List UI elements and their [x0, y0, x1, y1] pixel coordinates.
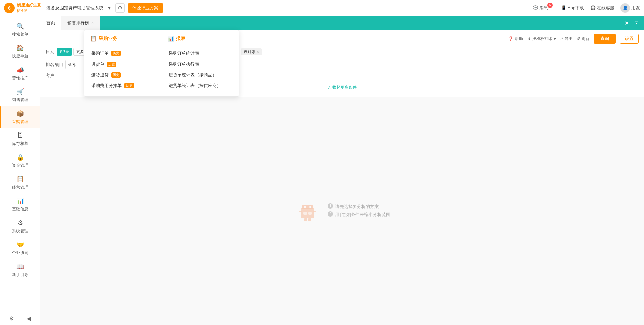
stock-in-label: 进货单 [91, 61, 104, 67]
system-icon: ⚙ [16, 219, 24, 227]
user-item[interactable]: 👤 用友 [620, 3, 640, 13]
sidebar-item-basic[interactable]: 📊 基础信息 [0, 194, 40, 215]
dropdown-item-supplier-stat[interactable]: 进货单统计表（按供应商） [167, 80, 234, 91]
rank-value: 金额 [68, 62, 76, 68]
empty-content: 1 请先选择要分析的方案 2 用[过滤]条件来缩小分析范围 [294, 198, 390, 225]
hint-text-2: 用[过滤]条件来缩小分析范围 [335, 212, 390, 218]
purchase-icon: 📦 [16, 110, 24, 118]
sidebar-label-business: 经营管理 [12, 185, 28, 190]
purchase-section-label: 采购业务 [99, 36, 117, 42]
refresh-btn[interactable]: ↺ 刷新 [577, 36, 589, 42]
online-service-label: 在线客服 [597, 5, 614, 11]
tab-restore-icon[interactable]: ⊡ [633, 18, 640, 28]
sidebar-label-system: 系统管理 [12, 228, 28, 234]
dropdown-item-purchase-order[interactable]: 采购订单 历史 [90, 48, 156, 59]
headset-icon: 🎧 [590, 5, 596, 10]
sidebar-item-inventory[interactable]: 🗄 库存核算 [0, 128, 40, 150]
empty-hints: 1 请先选择要分析的方案 2 用[过滤]条件来缩小分析范围 [328, 203, 390, 219]
export-btn[interactable]: ↗ 导出 [560, 36, 573, 42]
goods-tag-close[interactable]: × [257, 50, 259, 54]
return-label: 进货退货 [91, 72, 109, 78]
sidebar-item-quick-nav[interactable]: 🏠 快捷导航 [0, 41, 40, 63]
tab-home[interactable]: 首页 [40, 16, 61, 30]
guide-icon: 📖 [16, 262, 24, 271]
tab-close-icon[interactable]: × [91, 21, 94, 25]
sidebar-item-search[interactable]: 🔍 搜索菜单 [0, 19, 40, 41]
sidebar-item-sales[interactable]: 🛒 销售管理 [0, 84, 40, 106]
settings-gear[interactable]: ⚙ [115, 3, 125, 13]
svg-rect-6 [304, 218, 307, 221]
tab-sales-rank[interactable]: 销售排行榜 × [61, 16, 100, 30]
print-btn[interactable]: 🖨 按模板打印 ▾ [527, 36, 556, 42]
customer-more-btn[interactable]: ··· [57, 73, 61, 78]
report-col: 📊 报表 采购订单统计表 采购订单执行表 进货单统计表（按商品） 进货单统计表（… [167, 35, 234, 91]
app-download-item[interactable]: 📱 App下载 [561, 5, 584, 11]
dropdown-item-order-stat[interactable]: 采购订单统计表 [167, 48, 234, 59]
messages-item[interactable]: 💬 消息 6 [533, 5, 555, 11]
sidebar-item-purchase[interactable]: 📦 采购管理 [0, 106, 40, 128]
sales-icon: 🛒 [16, 88, 24, 96]
online-service-item[interactable]: 🎧 在线客服 [590, 5, 614, 11]
settings-button[interactable]: 设置 [620, 34, 639, 44]
app-name: 畅捷通好生意 [17, 2, 41, 8]
sidebar-item-guide[interactable]: 📖 新手引导 [0, 259, 40, 281]
coop-icon: 🤝 [16, 241, 24, 249]
tab-close-window-icon[interactable]: ✕ [623, 18, 630, 28]
sidebar-collapse-btn[interactable]: ◀ [27, 315, 31, 322]
dropdown-item-return[interactable]: 进货退货 历史 [90, 70, 156, 80]
system-dropdown[interactable]: ▾ [106, 5, 113, 11]
dropdown-item-stock-in[interactable]: 进货单 历史 [90, 59, 156, 70]
svg-rect-4 [299, 211, 302, 212]
expense-history: 历史 [124, 83, 134, 88]
svg-rect-9 [308, 212, 312, 215]
dropdown-item-order-exec[interactable]: 采购订单执行表 [167, 59, 234, 70]
sidebar: 🔍 搜索菜单 🏠 快捷导航 📣 营销推广 🛒 销售管理 📦 采购管理 � [0, 16, 40, 325]
help-icon: ❓ [508, 36, 513, 41]
home-tab-label: 首页 [46, 20, 55, 26]
basic-icon: 📊 [16, 197, 24, 205]
dropdown-item-expense[interactable]: 采购费用分摊单 历史 [90, 80, 156, 91]
date-7days-btn[interactable]: 近7天 [57, 48, 72, 56]
svg-rect-0 [301, 208, 314, 218]
supplier-stat-label: 进货单统计表（按供应商） [169, 83, 221, 89]
sidebar-item-coop[interactable]: 🤝 企业协同 [0, 237, 40, 259]
date-label: 日期 [46, 49, 55, 55]
empty-state: 1 请先选择要分析的方案 2 用[过滤]条件来缩小分析范围 [40, 97, 644, 325]
order-exec-label: 采购订单执行表 [169, 61, 199, 67]
tab-bar-right: ✕ ⊡ [623, 16, 644, 30]
goods-tag-text: 设计素 [244, 49, 256, 55]
message-badge: 6 [547, 3, 553, 8]
sidebar-label-sales: 销售管理 [12, 97, 28, 103]
rank-label: 排名项目 [46, 62, 63, 68]
purchase-order-label: 采购订单 [91, 50, 109, 56]
purchase-section-title: 📋 采购业务 [90, 35, 156, 44]
svg-rect-8 [303, 212, 307, 215]
svg-rect-5 [313, 211, 316, 212]
collapse-text: ∧ 收起更多条件 [328, 85, 356, 90]
sidebar-item-capital[interactable]: 🔒 资金管理 [0, 150, 40, 172]
report-section-icon: 📊 [167, 35, 174, 42]
phone-icon: 📱 [561, 5, 566, 10]
return-history: 历史 [111, 72, 121, 78]
sidebar-item-business[interactable]: 📋 经营管理 [0, 172, 40, 194]
sidebar-label-basic: 基础信息 [12, 206, 28, 212]
sidebar-item-system[interactable]: ⚙ 系统管理 [0, 215, 40, 237]
search-icon: 🔍 [16, 22, 24, 30]
sidebar-item-marketing[interactable]: 📣 营销推广 [0, 63, 40, 84]
hint-text-1: 请先选择要分析的方案 [335, 204, 379, 210]
sidebar-label-guide: 新手引导 [12, 272, 28, 278]
sidebar-settings-btn[interactable]: ⚙ [9, 315, 14, 322]
sidebar-label-search: 搜索菜单 [12, 32, 28, 37]
dropdown-item-goods-stat[interactable]: 进货单统计表（按商品） [167, 70, 234, 80]
query-button[interactable]: 查询 [594, 34, 616, 44]
goods-stat-label: 进货单统计表（按商品） [169, 72, 217, 78]
svg-rect-7 [308, 218, 311, 221]
export-icon: ↗ [560, 36, 563, 41]
purchase-business-col: 📋 采购业务 采购订单 历史 进货单 历史 进货退货 历史 采购费用分摊单 [90, 35, 156, 91]
goods-more-btn[interactable]: ··· [264, 49, 268, 54]
refresh-icon: ↺ [577, 36, 580, 41]
logo-icon: 6 [4, 3, 15, 13]
customer-label: 客户 [46, 73, 55, 79]
help-btn[interactable]: ❓ 帮助 [508, 36, 523, 42]
industry-btn[interactable]: 体验行业方案 [128, 3, 163, 13]
